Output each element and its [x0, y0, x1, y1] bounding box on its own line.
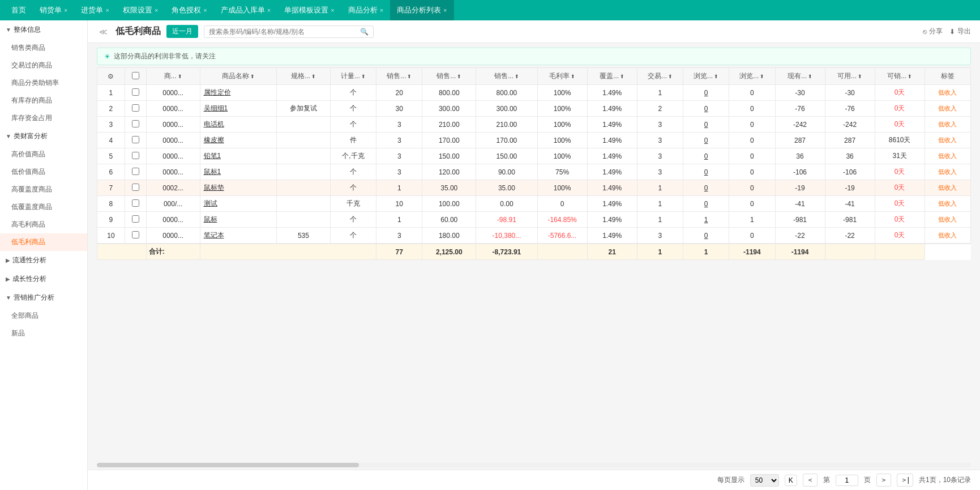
row-browse1[interactable]: 0: [683, 228, 729, 244]
row-browse1[interactable]: 0: [683, 85, 729, 101]
col-unit[interactable]: 计量...⬆: [330, 68, 376, 85]
row-browse1[interactable]: 0: [683, 196, 729, 212]
share-button[interactable]: ⎋ 分享: [923, 27, 943, 36]
browse1-link[interactable]: 0: [704, 137, 708, 144]
product-name-link[interactable]: 鼠标: [204, 215, 217, 223]
product-name-link[interactable]: 测试: [204, 199, 217, 207]
row-name[interactable]: 吴细细1: [200, 101, 276, 117]
product-name-link[interactable]: 橡皮擦: [204, 136, 224, 144]
row-name[interactable]: 鼠标: [200, 212, 276, 228]
sidebar-item-low-coverage[interactable]: 低覆盖度商品: [0, 198, 87, 216]
row-select-checkbox[interactable]: [132, 231, 139, 238]
sidebar-item-high-value[interactable]: 高价值商品: [0, 146, 87, 163]
browse1-link[interactable]: 0: [704, 105, 708, 113]
browse1-link[interactable]: 0: [704, 89, 708, 97]
nav-purchase[interactable]: 进货单×: [74, 0, 115, 20]
sort-icon[interactable]: ⬆: [515, 74, 519, 79]
col-spec[interactable]: 规格...⬆: [276, 68, 330, 85]
row-select-checkbox[interactable]: [132, 88, 139, 96]
sidebar-item-in-stock[interactable]: 有库存的商品: [0, 92, 87, 109]
sidebar-group-wealth[interactable]: ▼ 类财富分析: [0, 127, 87, 146]
nav-product-analysis-list[interactable]: 商品分析列表×: [390, 0, 453, 20]
product-name-link[interactable]: 鼠标垫: [204, 184, 224, 191]
period-button[interactable]: 近一月: [166, 25, 198, 38]
sidebar-item-category-sales[interactable]: 商品分类助销率: [0, 74, 87, 92]
sidebar-item-high-coverage[interactable]: 高覆盖度商品: [0, 181, 87, 198]
close-icon[interactable]: ×: [443, 7, 447, 14]
browse1-link[interactable]: 0: [704, 121, 708, 129]
browse1-link[interactable]: 0: [704, 152, 708, 160]
sort-icon[interactable]: ⬆: [571, 74, 575, 79]
settings-icon[interactable]: ⚙: [108, 73, 114, 80]
sort-icon[interactable]: ⬆: [361, 74, 366, 79]
select-all-checkbox[interactable]: [132, 72, 139, 79]
row-checkbox[interactable]: [125, 180, 146, 196]
row-name[interactable]: 属性定价: [200, 85, 276, 101]
nav-permissions[interactable]: 权限设置×: [116, 0, 165, 20]
sort-icon[interactable]: ⬆: [714, 74, 718, 79]
nav-roles[interactable]: 角色授权×: [165, 0, 213, 20]
row-browse1[interactable]: 0: [683, 180, 729, 196]
page-number-input[interactable]: [836, 475, 858, 486]
sort-icon[interactable]: ⬆: [808, 74, 812, 79]
row-select-checkbox[interactable]: [132, 199, 139, 207]
sidebar-group-growth[interactable]: ▶ 成长性分析: [0, 270, 87, 288]
close-icon[interactable]: ×: [267, 7, 271, 14]
sort-icon[interactable]: ⬆: [908, 74, 912, 79]
product-name-link[interactable]: 属性定价: [204, 88, 231, 96]
col-sales[interactable]: 销售...⬆: [476, 68, 537, 85]
row-select-checkbox[interactable]: [132, 215, 139, 223]
browse1-link[interactable]: 0: [704, 184, 708, 192]
sidebar-group-overall[interactable]: ▼ 整体信息: [0, 20, 87, 39]
sort-icon[interactable]: ⬆: [760, 74, 764, 79]
last-page-button[interactable]: ＞|: [897, 474, 913, 487]
close-icon[interactable]: ×: [64, 7, 67, 14]
row-browse1[interactable]: 0: [683, 164, 729, 180]
close-icon[interactable]: ×: [155, 7, 158, 14]
sort-icon[interactable]: ⬆: [311, 74, 316, 79]
product-name-link[interactable]: 电话机: [204, 120, 224, 128]
col-checkbox[interactable]: [125, 68, 146, 85]
col-current[interactable]: 现有...⬆: [775, 68, 825, 85]
browse1-link[interactable]: 0: [704, 168, 708, 176]
row-select-checkbox[interactable]: [132, 136, 139, 143]
nav-product-analysis[interactable]: 商品分析×: [341, 0, 390, 20]
row-select-checkbox[interactable]: [132, 120, 139, 127]
row-select-checkbox[interactable]: [132, 152, 139, 159]
sidebar-item-low-profit[interactable]: 低毛利商品: [0, 233, 87, 251]
col-qty[interactable]: 销售...⬆: [376, 68, 422, 85]
sort-icon[interactable]: ⬆: [407, 74, 412, 79]
col-gross[interactable]: 毛利率⬆: [537, 68, 587, 85]
export-button[interactable]: ⬇ 导出: [949, 27, 971, 36]
row-name[interactable]: 电话机: [200, 117, 276, 133]
sidebar-group-marketing[interactable]: ▼ 营销推广分析: [0, 288, 87, 307]
row-select-checkbox[interactable]: [132, 184, 139, 191]
sidebar-item-inventory-funds[interactable]: 库存资金占用: [0, 109, 87, 127]
row-checkbox[interactable]: [125, 117, 146, 133]
col-available[interactable]: 可用...⬆: [825, 68, 875, 85]
close-icon[interactable]: ×: [105, 7, 109, 14]
row-checkbox[interactable]: [125, 85, 146, 101]
row-checkbox[interactable]: [125, 212, 146, 228]
next-page-button[interactable]: ＞: [876, 474, 891, 487]
nav-template-settings[interactable]: 单据模板设置×: [277, 0, 341, 20]
sort-icon[interactable]: ⬆: [668, 74, 673, 79]
row-checkbox[interactable]: [125, 133, 146, 148]
first-page-button[interactable]: K: [785, 475, 797, 486]
prev-page-button[interactable]: ＜: [803, 474, 818, 487]
row-name[interactable]: 铅笔1: [200, 148, 276, 164]
sort-icon[interactable]: ⬆: [178, 74, 182, 79]
sidebar-item-new-goods[interactable]: 新品: [0, 325, 87, 342]
table-container[interactable]: ⚙ 商...⬆ 商品名称⬆ 规格...⬆: [88, 67, 980, 463]
col-tag[interactable]: 标签: [925, 68, 970, 85]
row-browse1[interactable]: 1: [683, 212, 729, 228]
sidebar-group-circulation[interactable]: ▶ 流通性分析: [0, 251, 87, 270]
horizontal-scrollbar[interactable]: [97, 463, 971, 467]
col-code[interactable]: 商...⬆: [146, 68, 200, 85]
sidebar-item-high-profit[interactable]: 高毛利商品: [0, 216, 87, 233]
sort-icon[interactable]: ⬆: [620, 74, 624, 79]
collapse-sidebar-button[interactable]: ≪: [97, 27, 110, 36]
close-icon[interactable]: ×: [331, 7, 334, 14]
row-name[interactable]: 鼠标垫: [200, 180, 276, 196]
row-select-checkbox[interactable]: [132, 168, 139, 175]
